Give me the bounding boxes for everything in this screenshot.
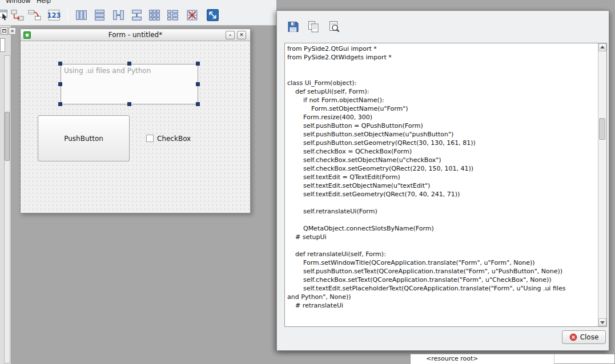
layout-grid-icon — [148, 9, 161, 22]
scrollbar-thumb[interactable] — [599, 118, 605, 140]
textedit-placeholder: Using .ui files and Python — [64, 67, 151, 75]
code-editor[interactable]: from PySide2.QtGui import * from PySide2… — [284, 43, 607, 327]
left-scrollbar-thumb[interactable] — [5, 112, 10, 161]
selection-handle-bottom-left[interactable] — [58, 102, 62, 106]
edit-signals-slots-icon — [11, 9, 24, 22]
dock-close-button[interactable]: ✕ — [9, 27, 16, 35]
toolbar-layout-form-button[interactable] — [164, 6, 180, 23]
main-toolbar: 123 — [0, 5, 276, 26]
toolbar-layout-horizontal-button[interactable] — [73, 6, 89, 23]
layout-form-icon — [166, 9, 179, 22]
selection-handle-top-right[interactable] — [196, 62, 200, 66]
selection-handle-middle-left[interactable] — [58, 82, 62, 86]
toolbar-splitter-vertical-button[interactable] — [128, 6, 144, 23]
dock-float-button[interactable] — [1, 27, 8, 35]
edit-tab-order-icon: 123 — [47, 9, 61, 22]
toolbar-edit-buddies-button[interactable] — [26, 6, 42, 23]
form-canvas[interactable]: Using .ui files and Python PushButton Ch… — [21, 41, 250, 213]
close-button-label: Close — [580, 333, 599, 341]
form-window-titlebar[interactable]: Form - untitled* - ✕ — [21, 29, 250, 41]
panel-fragment — [0, 38, 5, 52]
left-dock-fragment: ✕ — [0, 26, 17, 364]
scrollbar-down-button[interactable] — [598, 318, 606, 326]
form-minimize-button[interactable]: - — [226, 31, 235, 39]
toolbar-separator — [67, 9, 68, 22]
toolbar-edit-signals-slots-button[interactable] — [9, 6, 25, 23]
svg-text:123: 123 — [47, 11, 61, 19]
form-editor-window: Form - untitled* - ✕ Using .ui files and… — [20, 29, 251, 213]
form-window-icon — [23, 31, 31, 39]
close-button[interactable]: Close — [562, 330, 606, 344]
splitter-vertical-icon — [130, 9, 143, 22]
toolbar-splitter-horizontal-button[interactable] — [110, 6, 126, 23]
float-icon — [2, 29, 6, 33]
resource-browser-panel: <resource root> — [410, 354, 615, 364]
selection-handle-bottom-right[interactable] — [196, 102, 200, 106]
arrow-up-icon — [600, 46, 605, 48]
main-window-topbar: Window Help 123 — [0, 0, 276, 26]
toolbar-adjust-size-button[interactable] — [204, 6, 220, 23]
copy-button[interactable] — [306, 19, 321, 34]
selection-handle-middle-right[interactable] — [196, 82, 200, 86]
close-button-icon — [569, 333, 577, 341]
toolbar-layout-grid-button[interactable] — [146, 6, 162, 23]
checkbox-label: CheckBox — [157, 135, 191, 143]
copy-icon — [307, 20, 320, 34]
code-scrollbar[interactable] — [598, 43, 606, 326]
form-close-button[interactable]: ✕ — [237, 31, 246, 39]
qt-designer-screen: Window Help 123 — [0, 0, 615, 364]
edit-widgets-icon — [0, 9, 10, 22]
splitter-horizontal-icon — [112, 9, 125, 22]
toolbar-layout-vertical-button[interactable] — [91, 6, 107, 23]
edit-buddies-icon — [28, 9, 41, 22]
find-icon — [327, 20, 341, 34]
selection-handle-top-left[interactable] — [58, 62, 62, 66]
menu-help[interactable]: Help — [37, 0, 51, 5]
selection-handle-top-middle[interactable] — [127, 62, 131, 66]
arrow-down-icon — [600, 321, 605, 324]
resource-root-item[interactable]: <resource root> — [411, 354, 554, 364]
code-text: from PySide2.QtGui import * from PySide2… — [287, 45, 565, 310]
layout-horizontal-icon — [75, 9, 88, 22]
find-button[interactable] — [326, 19, 341, 34]
adjust-size-icon — [206, 9, 219, 22]
save-icon — [286, 20, 300, 34]
menubar: Window Help — [0, 0, 276, 5]
scrollbar-up-button[interactable] — [598, 43, 606, 51]
toolbar-edit-tab-order-button[interactable]: 123 — [46, 6, 62, 23]
layout-vertical-icon — [93, 9, 106, 22]
save-button[interactable] — [285, 19, 300, 34]
menu-window[interactable]: Window — [6, 0, 30, 5]
pushbutton-widget[interactable]: PushButton — [38, 115, 130, 161]
checkbox-indicator[interactable] — [146, 135, 154, 142]
toolbar-break-layout-button[interactable] — [184, 6, 200, 23]
form-window-title: Form - untitled* — [21, 31, 250, 39]
checkbox-widget[interactable]: CheckBox — [146, 127, 204, 150]
selection-handle-bottom-middle[interactable] — [127, 102, 131, 106]
break-layout-icon — [186, 9, 199, 22]
textedit-widget[interactable]: Using .ui files and Python — [61, 64, 198, 104]
left-scrollbar[interactable] — [4, 55, 10, 363]
dialog-toolbar — [285, 19, 341, 34]
python-code-preview-dialog: from PySide2.QtGui import * from PySide2… — [276, 10, 609, 351]
